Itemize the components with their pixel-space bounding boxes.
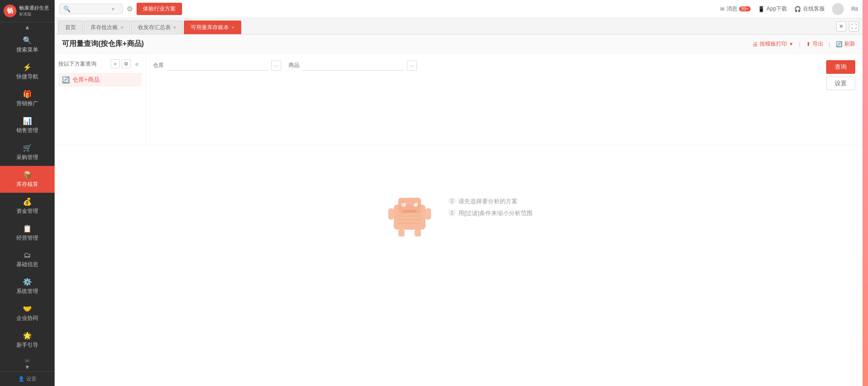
filter-product-input[interactable] [303, 60, 403, 71]
sidebar-item-inventory[interactable]: 📦库存核算 [0, 166, 55, 193]
filter-items-list: 🔄仓库+商品 [58, 73, 142, 87]
setting-btn[interactable]: 设置 [826, 77, 855, 90]
refresh-icon: 🔄 [836, 41, 843, 47]
filter-left-actions: + ⚙ « [111, 59, 142, 68]
page-header-actions: 🖨 按模板打印 ▼ | ⬆ 导出 | 🔄 刷新 [752, 40, 855, 48]
filter-product-label: 商品 [289, 62, 299, 69]
page-content: 可用量查询(按仓库+商品) 🖨 按模板打印 ▼ | ⬆ 导出 | 🔄 刷新 [55, 35, 863, 386]
add-scheme-btn[interactable]: + [111, 59, 120, 68]
industry-btn[interactable]: 体验行业方案 [137, 3, 182, 15]
tab-batch-account-close[interactable]: × [121, 25, 123, 30]
sidebar-finance-icon: 💰 [23, 197, 32, 206]
online-service-label: 在线客服 [803, 5, 825, 13]
right-scrollbar [863, 0, 868, 386]
sidebar-operations-icon: 📋 [23, 224, 32, 233]
sidebar-item-sales[interactable]: 📊销售管理 [0, 112, 55, 139]
sidebar-shortcut-icon: ⚡ [23, 63, 32, 72]
sidebar-item-system[interactable]: ⚙️系统管理 [0, 273, 55, 300]
message-badge: 99+ [739, 6, 751, 11]
tabbar-controls: ✕ ⛶ [836, 21, 859, 31]
logo-icon: 畅 [4, 5, 16, 17]
app-download-label: App下载 [766, 5, 787, 13]
export-btn[interactable]: ⬆ 导出 [806, 40, 823, 48]
topbar: 🔍 ▼ ⚙ 体验行业方案 ✉ 消息 99+ 📱 App下载 🎧 在线客服 Rit [55, 0, 863, 18]
tab-collection-summary[interactable]: 收发存汇总表× [131, 21, 183, 34]
sidebar-purchase-label: 采购管理 [16, 154, 38, 161]
filter-section: 按以下方案查询 + ⚙ « 🔄仓库+商品 [55, 54, 863, 145]
print-btn[interactable]: 🖨 按模板打印 ▼ [752, 40, 793, 48]
sidebar-base-info-icon: 🗂 [24, 251, 31, 259]
filter-right-panel: 仓库 ··· 商品 ··· [146, 54, 863, 145]
topbar-actions: ✉ 消息 99+ 📱 App下载 🎧 在线客服 Rit [720, 3, 858, 15]
refresh-btn[interactable]: 🔄 刷新 [836, 40, 855, 48]
expand-btn[interactable]: ⛶ [849, 21, 859, 31]
query-btn[interactable]: 查询 [826, 60, 855, 74]
hint-num-1: 1 [448, 197, 456, 205]
sidebar-search-icon: 🔍 [23, 36, 32, 45]
filter-warehouse-more[interactable]: ··· [271, 61, 281, 71]
sidebar-app-center-icon: 📱 [23, 358, 32, 362]
svg-rect-7 [398, 230, 405, 237]
search-input[interactable] [72, 6, 109, 12]
tab-available-stock[interactable]: 可用量库存账本× [184, 21, 241, 34]
username[interactable]: Rit [851, 6, 858, 12]
sidebar-item-search[interactable]: 🔍搜索菜单 [0, 31, 55, 58]
tab-collection-summary-close[interactable]: × [173, 25, 176, 30]
collapse-panel-btn[interactable]: « [132, 59, 142, 68]
filter-left-panel: 按以下方案查询 + ⚙ « 🔄仓库+商品 [55, 54, 146, 145]
sidebar-item-operations[interactable]: 📋经营管理 [0, 220, 55, 247]
tab-batch-account[interactable]: 库存批次账× [84, 21, 130, 34]
sidebar-item-finance[interactable]: 💰资金管理 [0, 193, 55, 220]
sidebar-system-icon: ⚙️ [23, 278, 32, 286]
scroll-down-btn[interactable]: ▼ [0, 362, 55, 371]
filter-item-warehouse-product[interactable]: 🔄仓库+商品 [58, 73, 142, 87]
main-area: 🔍 ▼ ⚙ 体验行业方案 ✉ 消息 99+ 📱 App下载 🎧 在线客服 Rit [55, 0, 863, 386]
sidebar-purchase-icon: 🛒 [23, 144, 32, 152]
sidebar-item-newbie[interactable]: 🌟新手引导 [0, 327, 55, 354]
online-service-btn[interactable]: 🎧 在线客服 [794, 5, 825, 13]
message-icon: ✉ [720, 6, 725, 12]
app-download-btn[interactable]: 📱 App下载 [758, 5, 787, 13]
message-btn[interactable]: ✉ 消息 99+ [720, 5, 751, 13]
app-logo: 畅 畅康通好生意 标准版 [0, 0, 55, 22]
sidebar-sales-icon: 📊 [23, 117, 32, 125]
sidebar-item-app-center[interactable]: 📱应用中心 [0, 354, 55, 362]
sidebar-marketing-promo-label: 营销推广 [16, 100, 38, 108]
tab-home[interactable]: 首页 [58, 21, 83, 34]
svg-rect-5 [388, 208, 394, 220]
filter-container: 按以下方案查询 + ⚙ « 🔄仓库+商品 [55, 54, 863, 145]
empty-state: ? ? 1 请先选择要分析的方案 2 用[过滤]条件来缩小分析范围 [55, 145, 863, 255]
filter-section-title: 按以下方案查询 [58, 60, 96, 68]
sidebar-operations-label: 经营管理 [16, 234, 38, 242]
filter-field-warehouse: 仓库 ··· [153, 60, 281, 71]
sidebar-item-marketing-promo[interactable]: 🎁营销推广 [0, 85, 55, 112]
filter-warehouse-product-icon: 🔄 [62, 76, 70, 83]
app-badge: 标准版 [19, 11, 49, 17]
svg-rect-4 [403, 210, 416, 212]
print-icon: 🖨 [752, 41, 758, 47]
gear-icon[interactable]: ⚙ [127, 5, 133, 13]
hint-item-2: 2 用[过滤]条件来缩小分析范围 [448, 209, 533, 217]
empty-hints: 1 请先选择要分析的方案 2 用[过滤]条件来缩小分析范围 [448, 197, 533, 221]
scheme-setting-btn[interactable]: ⚙ [122, 59, 131, 68]
sidebar-bottom[interactable]: 👤设置 [0, 371, 55, 386]
sidebar-system-label: 系统管理 [16, 288, 38, 295]
sidebar-item-enterprise[interactable]: 🤝企业协同 [0, 300, 55, 327]
print-chevron: ▼ [789, 41, 793, 46]
sidebar-item-purchase[interactable]: 🛒采购管理 [0, 139, 55, 166]
sidebar-item-base-info[interactable]: 🗂基础信息 [0, 247, 55, 273]
avatar[interactable] [832, 3, 844, 15]
tab-collection-summary-label: 收发存汇总表 [138, 24, 171, 31]
filter-product-more[interactable]: ··· [407, 61, 417, 71]
export-label: 导出 [812, 40, 823, 48]
filter-warehouse-input[interactable] [168, 60, 268, 71]
refresh-label: 刷新 [844, 40, 855, 48]
hint-item-1: 1 请先选择要分析的方案 [448, 197, 533, 206]
service-icon: 🎧 [794, 6, 801, 12]
sidebar: 畅 畅康通好生意 标准版 ▲ 🔍搜索菜单⚡快捷导航🎁营销推广📊销售管理🛒采购管理… [0, 0, 55, 386]
page-header: 可用量查询(按仓库+商品) 🖨 按模板打印 ▼ | ⬆ 导出 | 🔄 刷新 [55, 35, 863, 54]
tab-available-stock-close[interactable]: × [232, 25, 234, 30]
scroll-up-btn[interactable]: ▲ [0, 22, 55, 31]
sidebar-item-shortcut[interactable]: ⚡快捷导航 [0, 58, 55, 85]
close-tab-btn[interactable]: ✕ [836, 21, 846, 31]
